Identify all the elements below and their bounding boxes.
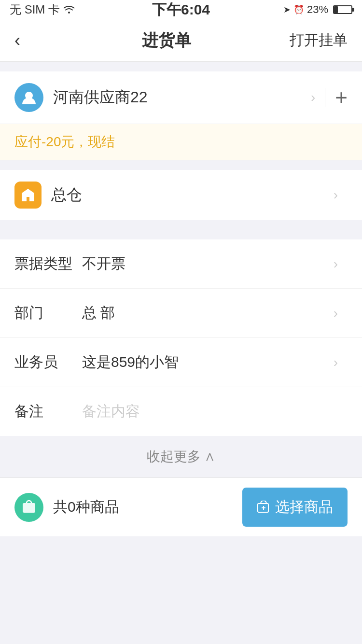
department-value: 总 部 <box>77 303 334 323</box>
supplier-chevron-icon: › <box>311 90 315 105</box>
section-gap-3 <box>0 220 362 230</box>
salesperson-chevron-icon: › <box>334 355 338 370</box>
status-left: 无 SIM 卡 <box>10 2 74 17</box>
alarm-icon: ⏰ <box>293 4 304 15</box>
notice-bar: 应付-20元，现结 <box>0 124 362 160</box>
select-goods-label: 选择商品 <box>275 497 333 517</box>
page-title: 进货单 <box>142 29 191 52</box>
invoice-chevron-icon: › <box>334 256 338 272</box>
salesperson-row[interactable]: 业务员 这是859的小智 › <box>0 338 362 387</box>
bottom-bar: 共0种商品 选择商品 <box>0 477 362 536</box>
supplier-row[interactable]: 河南供应商22 › + <box>0 71 362 124</box>
notice-text: 应付-20元，现结 <box>14 134 115 149</box>
invoice-row[interactable]: 票据类型 不开票 › <box>0 239 362 289</box>
salesperson-value: 这是859的小智 <box>77 352 334 372</box>
salesperson-label: 业务员 <box>14 352 77 372</box>
supplier-name: 河南供应商22 <box>53 87 311 108</box>
goods-count-text: 共0种商品 <box>53 497 242 517</box>
department-chevron-icon: › <box>334 306 338 321</box>
section-gap-1 <box>0 62 362 71</box>
status-right: ➤ ⏰ 23% <box>283 3 352 16</box>
department-row[interactable]: 部门 总 部 › <box>0 289 362 338</box>
form-section: 票据类型 不开票 › 部门 总 部 › 业务员 这是859的小智 › 备注 备注… <box>0 239 362 436</box>
warehouse-icon-wrap <box>14 182 42 209</box>
select-goods-button[interactable]: 选择商品 <box>242 488 348 527</box>
goods-icon-wrap <box>14 493 43 522</box>
carrier-text: 无 SIM 卡 <box>10 2 60 17</box>
avatar <box>14 83 43 112</box>
location-icon: ➤ <box>283 4 291 15</box>
invoice-label: 票据类型 <box>14 254 77 274</box>
warehouse-chevron-icon: › <box>334 187 338 203</box>
supplier-section: 河南供应商22 › + 应付-20元，现结 <box>0 71 362 160</box>
nav-bar: ‹ 进货单 打开挂单 <box>0 19 362 62</box>
open-pending-button[interactable]: 打开挂单 <box>290 30 348 50</box>
department-label: 部门 <box>14 303 77 323</box>
remark-row[interactable]: 备注 备注内容 <box>0 387 362 436</box>
collapse-label: 收起更多 ∧ <box>147 449 216 464</box>
remark-input[interactable]: 备注内容 <box>77 402 348 421</box>
wifi-icon <box>64 3 74 16</box>
time-display: 下午6:04 <box>152 0 210 20</box>
warehouse-name: 总仓 <box>51 184 334 206</box>
section-gap-2 <box>0 160 362 170</box>
svg-rect-1 <box>23 503 35 513</box>
remark-label: 备注 <box>14 402 77 421</box>
battery-icon <box>333 5 352 14</box>
warehouse-row[interactable]: 总仓 › <box>0 170 362 220</box>
invoice-value: 不开票 <box>77 254 334 274</box>
status-bar: 无 SIM 卡 下午6:04 ➤ ⏰ 23% <box>0 0 362 19</box>
warehouse-section: 总仓 › <box>0 170 362 220</box>
vertical-divider <box>325 88 325 107</box>
collapse-more-button[interactable]: 收起更多 ∧ <box>0 436 362 477</box>
add-supplier-button[interactable]: + <box>335 85 348 110</box>
back-button[interactable]: ‹ <box>14 30 43 51</box>
battery-percent: 23% <box>307 3 328 16</box>
